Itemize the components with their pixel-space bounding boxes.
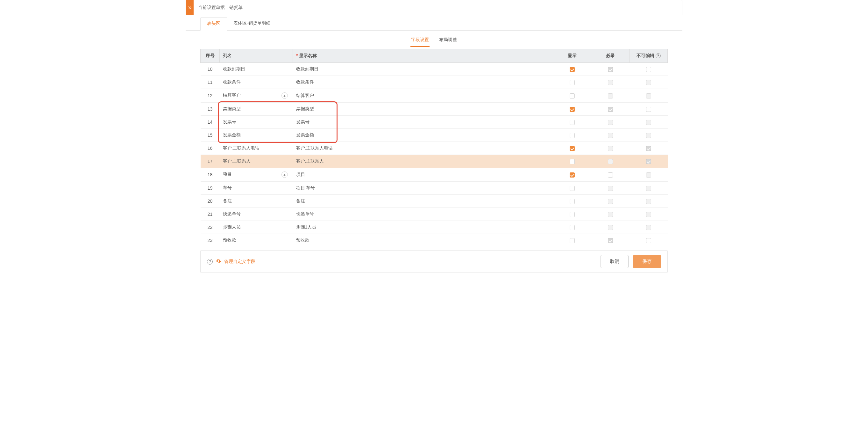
title-bar: 当前设置单据：销货单: [186, 0, 682, 15]
cell-show: [553, 142, 591, 155]
footer-bar: ? 管理自定义字段 取消 保存: [200, 250, 668, 273]
table-row[interactable]: 23预收款预收款: [200, 234, 668, 247]
collapse-toggle[interactable]: [186, 0, 194, 15]
col-header-locked: 不可编辑?: [629, 49, 668, 63]
checkbox-show[interactable]: [570, 238, 575, 243]
cell-display-name[interactable]: 收款到期日: [293, 63, 553, 76]
cell-display-name[interactable]: 客户.主联系人: [293, 155, 553, 168]
help-icon[interactable]: ?: [656, 53, 661, 58]
cell-required: [591, 76, 629, 89]
checkbox-locked[interactable]: [646, 67, 651, 72]
cell-show: [553, 129, 591, 142]
checkbox-show[interactable]: [570, 212, 575, 217]
cell-serial: 15: [200, 129, 220, 142]
cell-show: [553, 195, 591, 208]
cell-display-name[interactable]: 客户.主联系人电话: [293, 142, 553, 155]
table-row[interactable]: 12结算客户+结算客户: [200, 89, 668, 103]
checkbox-show[interactable]: [570, 120, 575, 125]
cell-display-name[interactable]: 发票金额: [293, 129, 553, 142]
cell-display-name[interactable]: 发票号: [293, 116, 553, 129]
checkbox-show[interactable]: [570, 93, 575, 98]
cancel-button[interactable]: 取消: [600, 255, 628, 268]
expand-plus-icon[interactable]: +: [281, 171, 288, 178]
table-row[interactable]: 14发票号发票号: [200, 116, 668, 129]
cell-display-name[interactable]: 项目: [293, 168, 553, 182]
top-tab-1[interactable]: 表体区-销货单明细: [227, 17, 277, 30]
table-row[interactable]: 11收款条件收款条件: [200, 76, 668, 89]
cell-colname: 客户.主联系人: [220, 155, 293, 168]
col-header-serial: 序号: [200, 49, 220, 63]
table-row[interactable]: 15发票金额发票金额: [200, 129, 668, 142]
cell-display-name[interactable]: 结算客户: [293, 89, 553, 103]
cell-display-name[interactable]: 备注: [293, 195, 553, 208]
checkbox-locked: [646, 80, 651, 85]
checkbox-show[interactable]: [570, 67, 575, 72]
cell-required: [591, 129, 629, 142]
table-row[interactable]: 10收款到期日收款到期日: [200, 63, 668, 76]
table-row[interactable]: 21快递单号快递单号: [200, 208, 668, 221]
current-doc-label: 当前设置单据：销货单: [194, 5, 243, 10]
checkbox-locked[interactable]: [646, 107, 651, 112]
cell-locked: [629, 234, 668, 247]
cell-serial: 22: [200, 221, 220, 234]
checkbox-show[interactable]: [570, 199, 575, 204]
cell-locked: [629, 116, 668, 129]
cell-display-name[interactable]: 收款条件: [293, 76, 553, 89]
cell-display-name[interactable]: 快递单号: [293, 208, 553, 221]
top-tab-0[interactable]: 表头区: [200, 17, 227, 31]
expand-plus-icon[interactable]: +: [281, 92, 288, 99]
cell-colname: 结算客户+: [220, 89, 293, 103]
checkbox-show[interactable]: [570, 133, 575, 138]
sub-tab-1[interactable]: 布局调整: [438, 35, 458, 47]
checkbox-show[interactable]: [570, 186, 575, 191]
checkbox-required: [608, 159, 613, 164]
checkbox-required: [608, 199, 613, 204]
checkbox-required: [608, 93, 613, 98]
cell-display-name[interactable]: 项目.车号: [293, 182, 553, 195]
checkbox-required: [608, 67, 613, 72]
gear-icon: [216, 258, 221, 264]
cell-locked: [629, 89, 668, 103]
cell-colname: 发票金额: [220, 129, 293, 142]
cell-serial: 17: [200, 155, 220, 168]
checkbox-locked: [646, 225, 651, 230]
table-row[interactable]: 18项目+项目: [200, 168, 668, 182]
checkbox-locked: [646, 133, 651, 138]
save-button[interactable]: 保存: [633, 255, 661, 268]
cell-show: [553, 221, 591, 234]
table-row[interactable]: 16客户.主联系人电话客户.主联系人电话: [200, 142, 668, 155]
sub-tab-0[interactable]: 字段设置: [410, 35, 430, 47]
table-row[interactable]: 20备注备注: [200, 195, 668, 208]
cell-display-name[interactable]: 预收款: [293, 234, 553, 247]
manage-custom-fields-link[interactable]: 管理自定义字段: [224, 259, 255, 264]
checkbox-show[interactable]: [570, 225, 575, 230]
table-row[interactable]: 13票据类型票据类型: [200, 103, 668, 116]
checkbox-locked[interactable]: [646, 238, 651, 243]
checkbox-show[interactable]: [570, 80, 575, 85]
checkbox-show[interactable]: [570, 146, 575, 151]
cell-serial: 21: [200, 208, 220, 221]
cell-display-name[interactable]: 步骤1人员: [293, 221, 553, 234]
cell-display-name[interactable]: 票据类型: [293, 103, 553, 116]
col-header-colname: 列名: [220, 49, 293, 63]
table-row[interactable]: 22步骤人员步骤1人员: [200, 221, 668, 234]
col-header-required: 必录: [591, 49, 629, 63]
checkbox-locked: [646, 199, 651, 204]
checkbox-show[interactable]: [570, 172, 575, 177]
question-icon[interactable]: ?: [207, 259, 213, 264]
cell-locked: [629, 208, 668, 221]
cell-required: [591, 195, 629, 208]
checkbox-show[interactable]: [570, 107, 575, 112]
cell-show: [553, 155, 591, 168]
checkbox-required[interactable]: [608, 172, 613, 177]
checkbox-locked: [646, 186, 651, 191]
table-row[interactable]: 19车号项目.车号: [200, 182, 668, 195]
cell-serial: 19: [200, 182, 220, 195]
checkbox-required: [608, 133, 613, 138]
cell-locked: [629, 182, 668, 195]
checkbox-required: [608, 120, 613, 125]
checkbox-required: [608, 225, 613, 230]
checkbox-show[interactable]: [570, 159, 575, 164]
table-row[interactable]: 17客户.主联系人客户.主联系人: [200, 155, 668, 168]
checkbox-required: [608, 146, 613, 151]
